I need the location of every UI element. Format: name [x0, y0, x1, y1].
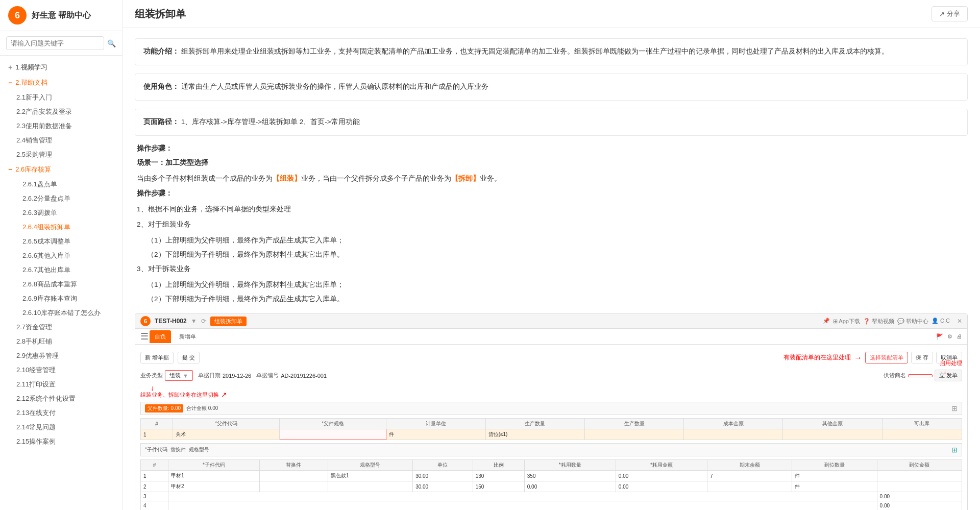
- search-button[interactable]: 🔍: [107, 39, 116, 47]
- ss-bottom-table: # *子件代码 替换件 规格型号 单位 比例 *耗用数量 *耗用金额 期末余额 …: [140, 459, 962, 510]
- main-content: 功能介绍： 组装拆卸单用来处理企业组装或拆卸等加工业务，支持有固定装配清单的产品…: [122, 28, 980, 510]
- scene1-desc: 当由多个子件材料组装成一个成品的业务为【组装】业务，当由一个父件拆分成多个子产品…: [137, 173, 966, 185]
- sidebar-item-custom[interactable]: 2.12系统个性化设置: [0, 392, 122, 406]
- sidebar-item-assembly[interactable]: 2.6.4组装拆卸单: [0, 220, 122, 234]
- ops-title: 操作步骤：: [137, 144, 966, 153]
- sidebar-item-warehouse[interactable]: − 2.6库存核算: [0, 162, 122, 177]
- search-input[interactable]: [6, 36, 104, 50]
- ss-toolbar: 新 增单据 提 交 有装配清单的在这里处理 → 选择装配清单 保 存 取消单: [140, 350, 962, 366]
- btd-seq-4: 4: [141, 501, 168, 510]
- form-date-value: 2019-12-26: [223, 373, 251, 379]
- step-3-2: （2）下部明细为子件明细，最终作为产成品生成其它入库单。: [137, 293, 966, 305]
- sidebar-item-videos[interactable]: + 1.视频学习: [0, 60, 122, 75]
- bth-use-qty: *耗用数量: [524, 460, 616, 471]
- btd-use-amt-1: 0.00: [616, 471, 707, 481]
- close-icon: ✕: [957, 318, 962, 325]
- screenshot-tab-active: 自负: [150, 330, 171, 343]
- sidebar-item-sales[interactable]: 2.4销售管理: [0, 133, 122, 148]
- top-section-expand: ⊞: [951, 404, 958, 412]
- annotation-3-area: 组装业务、拆卸业务在这里切换 ↗: [140, 391, 962, 399]
- icon-help: ❓ 帮助视频: [863, 318, 894, 325]
- page-header: 组装拆卸单 ↗ 分享: [122, 0, 980, 28]
- sidebar-item-stock-err[interactable]: 2.6.10库存账本错了怎么办: [0, 306, 122, 320]
- share-button[interactable]: ↗ 分享: [932, 6, 968, 21]
- collapse-icon: −: [8, 79, 12, 87]
- path-text: 1、库存核算->库存管理->组装拆卸单 2、首页->常用功能: [181, 118, 360, 126]
- td-avail-1: [882, 429, 962, 440]
- sidebar-item-fund[interactable]: 2.7资金管理: [0, 320, 122, 334]
- icon-center: 💬 帮助中心: [897, 318, 928, 325]
- share-icon: ↗: [939, 10, 945, 18]
- sidebar-item-install[interactable]: 2.2产品安装及登录: [0, 105, 122, 119]
- sidebar-item-data[interactable]: 2.3使用前数据准备: [0, 119, 122, 133]
- td-parent-code-1: 关术: [173, 429, 280, 440]
- sidebar-item-print[interactable]: 2.11打印设置: [0, 377, 122, 392]
- ss-btn-new: 新 增单据: [140, 352, 174, 363]
- btd-empty-4: [168, 501, 877, 510]
- annotation-4-text: 启用处理: [940, 359, 962, 367]
- func-intro-label: 功能介绍：: [143, 47, 179, 55]
- bth-ratio: 比例: [473, 460, 524, 471]
- sidebar-item-mobile[interactable]: 2.8手机旺铺: [0, 334, 122, 349]
- bottom-label3: 规格型号: [189, 446, 209, 453]
- func-intro-block: 功能介绍： 组装拆卸单用来处理企业组装或拆卸等加工业务，支持有固定装配清单的产品…: [135, 38, 968, 65]
- annotation-arrow-4: ↓: [943, 367, 947, 375]
- sidebar-item-cases[interactable]: 2.15操作案例: [0, 434, 122, 449]
- bth-child-code: *子件代码: [168, 460, 260, 471]
- btd-ratio-2: 150: [473, 481, 524, 492]
- sidebar-item-adjust[interactable]: 2.6.3调拨单: [0, 206, 122, 220]
- form-date-label: 单据日期: [198, 372, 220, 379]
- th-prod-qty: 生产数量: [485, 419, 584, 429]
- screenshot-top-icons: 📌 ⊞ App下载 ❓ 帮助视频 💬 帮助中心 👤 C.C: [823, 318, 950, 325]
- sidebar-item-coupon[interactable]: 2.9优惠券管理: [0, 349, 122, 363]
- sidebar-item-faq[interactable]: 2.14常见问题: [0, 420, 122, 434]
- sidebar-item-online-pay[interactable]: 2.13在线支付: [0, 406, 122, 420]
- sidebar-item-other-in[interactable]: 2.6.6其他入库单: [0, 249, 122, 263]
- bottom-row-4: 40.00: [141, 501, 962, 510]
- btd-spec-2: [328, 481, 412, 492]
- form-type-area: 业务类型 组装 ▼ ↓: [140, 370, 193, 381]
- icon-pin: 📌: [823, 318, 830, 325]
- sidebar-item-other-out[interactable]: 2.6.7其他出库单: [0, 263, 122, 277]
- sidebar-item-docs[interactable]: − 2.帮助文档: [0, 75, 122, 90]
- icon-apps: ⊞ App下载: [833, 318, 860, 325]
- screenshot-tab-inactive: 新增单: [174, 330, 201, 343]
- steps-container: 操作步骤： 场景一：加工类型选择 当由多个子件材料组装成一个成品的业务为【组装】…: [135, 144, 968, 305]
- sidebar-item-stockcount[interactable]: 2.6.2分量盘点单: [0, 191, 122, 206]
- annotation-arrow-type: ↓: [151, 384, 154, 392]
- btd-arrive-amt-2: [877, 481, 962, 492]
- td-unit-1: 件: [386, 429, 485, 440]
- expand-icon: +: [8, 63, 12, 71]
- sidebar-item-new[interactable]: 2.1新手入门: [0, 90, 122, 105]
- sidebar-item-cost[interactable]: 2.6.5成本调整单: [0, 234, 122, 249]
- role-text: 通常由生产人员或库管人员完成拆装业务的操作，库管人员确认原材料的出库和产成品的入…: [181, 83, 488, 90]
- sidebar-item-purchase[interactable]: 2.5采购管理: [0, 148, 122, 162]
- role-label: 使用角色：: [143, 83, 179, 90]
- btd-amt-4: 0.00: [877, 501, 962, 510]
- path-block: 页面路径： 1、库存核算->库存管理->组装拆卸单 2、首页->常用功能: [135, 109, 968, 136]
- bottom-row-3: 30.00: [141, 492, 962, 501]
- th-unit: 计量单位: [386, 419, 485, 429]
- ss-btn-save2: 保 存: [911, 352, 933, 363]
- btd-empty-3: [168, 492, 877, 501]
- td-prod-qty-1: 货位(≤1): [485, 429, 584, 440]
- screenshot-topbar: 6 TEST-H002 ▼ ⟳ 组装拆卸单 📌 ⊞ App下载 ❓ 帮助视频 💬…: [135, 314, 967, 329]
- btd-arrive-qty-1: 件: [792, 471, 877, 481]
- btd-balance-2: [707, 481, 792, 492]
- btd-seq-1: 1: [141, 471, 168, 481]
- bth-spec: 规格型号: [328, 460, 412, 471]
- annotation-1-text: 有装配清单的在这里处理: [783, 353, 851, 362]
- ss-form-row: 业务类型 组装 ▼ ↓ 单据日期 2019-12-26 单据编号: [140, 370, 962, 381]
- text-assembly: 【组装】: [273, 175, 301, 182]
- func-intro-text: 组装拆卸单用来处理企业组装或拆卸等加工业务，支持有固定装配清单的产品加工业务，也…: [181, 47, 889, 55]
- sidebar-item-stock-check[interactable]: 2.6.9库存账本查询: [0, 292, 122, 306]
- sidebar-item-operate[interactable]: 2.10经营管理: [0, 363, 122, 377]
- sidebar-item-goods-cost[interactable]: 2.6.8商品成本重算: [0, 277, 122, 292]
- sidebar-item-stocktake[interactable]: 2.6.1盘点单: [0, 177, 122, 191]
- ss-bottom-section-header: *子件代码 替换件 规格型号 ⊞: [140, 443, 962, 456]
- screenshot-refresh-icon: ⟳: [201, 318, 206, 325]
- icon-print: 🖨: [957, 333, 962, 340]
- form-type-input: 组装 ▼: [165, 370, 193, 381]
- th-parent-spec: *父件规格: [280, 419, 386, 429]
- btd-use-qty-2: 0.00: [524, 481, 616, 492]
